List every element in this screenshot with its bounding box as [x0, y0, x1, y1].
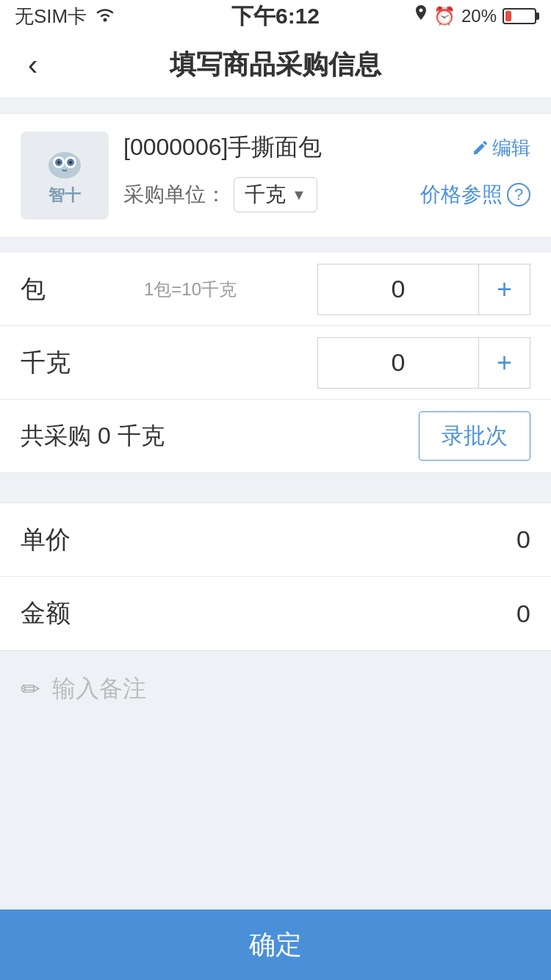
amount-value: 0 — [516, 599, 530, 628]
bottom-bar: 确定 — [0, 909, 551, 980]
status-right: ⏰ 20% — [414, 5, 536, 27]
bag-plus-button[interactable]: + — [479, 264, 530, 315]
record-batch-button[interactable]: 录批次 — [419, 411, 530, 461]
notes-section[interactable]: ✏ 输入备注 — [0, 651, 551, 727]
unit-price-value: 0 — [516, 525, 530, 554]
input-section: 包 1包=10千克 + 千克 + — [0, 253, 551, 400]
product-card: 智十 [0000006]手撕面包 编辑 采购单位： 千克 ▼ — [0, 113, 551, 238]
confirm-button[interactable]: 确定 — [0, 909, 551, 980]
edit-button[interactable]: 编辑 — [472, 135, 530, 161]
kg-quantity-input[interactable] — [317, 337, 479, 389]
battery-icon — [503, 8, 536, 24]
wifi-icon — [94, 5, 116, 28]
svg-point-7 — [69, 161, 72, 164]
page-title: 填写商品采购信息 — [170, 47, 381, 83]
pencil-icon: ✏ — [21, 675, 40, 703]
bag-label: 包 — [21, 273, 138, 306]
total-purchase-text: 共采购 0 千克 — [21, 420, 165, 453]
bag-sublabel: 1包=10千克 — [144, 278, 237, 301]
kg-label: 千克 — [21, 346, 138, 380]
main-content: 智十 [0000006]手撕面包 编辑 采购单位： 千克 ▼ — [0, 113, 551, 980]
product-name-row: [0000006]手撕面包 编辑 — [123, 131, 530, 164]
kg-plus-button[interactable]: + — [479, 337, 530, 389]
product-full-name: [0000006]手撕面包 — [123, 131, 322, 164]
unit-price-row: 单价 0 — [0, 503, 551, 577]
nav-bar: ‹ 填写商品采购信息 — [0, 32, 551, 98]
section-divider-2 — [0, 473, 551, 488]
purchase-unit-label: 采购单位： — [123, 181, 226, 209]
kg-input-control: + — [317, 337, 530, 389]
alarm-icon: ⏰ — [433, 6, 455, 26]
product-image: 智十 — [21, 131, 109, 220]
bag-quantity-input[interactable] — [317, 264, 479, 315]
kg-input-row: 千克 + — [0, 326, 551, 400]
unit-selector[interactable]: 千克 ▼ — [234, 177, 317, 212]
location-icon — [414, 5, 428, 27]
carrier-label: 无SIM卡 — [15, 4, 87, 29]
product-info: [0000006]手撕面包 编辑 采购单位： 千克 ▼ 价格 — [123, 131, 530, 212]
notes-placeholder: 输入备注 — [52, 673, 146, 705]
bag-input-row: 包 1包=10千克 + — [0, 253, 551, 326]
help-icon: ? — [507, 183, 530, 206]
status-left: 无SIM卡 — [15, 4, 116, 29]
price-section: 单价 0 金额 0 — [0, 502, 551, 651]
chevron-down-icon: ▼ — [292, 187, 306, 203]
svg-point-0 — [104, 18, 107, 21]
status-bar: 无SIM卡 下午6:12 ⏰ 20% — [0, 0, 551, 32]
bag-input-control: + — [317, 264, 530, 315]
purchase-unit-row: 采购单位： 千克 ▼ 价格参照 ? — [123, 177, 530, 212]
section-divider-1 — [0, 238, 551, 253]
status-time: 下午6:12 — [231, 1, 320, 32]
back-button[interactable]: ‹ — [21, 41, 45, 89]
brand-text: 智十 — [48, 184, 81, 206]
unit-value: 千克 — [245, 181, 286, 209]
amount-row: 金额 0 — [0, 577, 551, 650]
unit-price-label: 单价 — [21, 523, 71, 557]
summary-row: 共采购 0 千克 录批次 — [0, 400, 551, 473]
battery-percent: 20% — [461, 6, 497, 26]
price-reference-button[interactable]: 价格参照 ? — [420, 181, 530, 209]
svg-point-6 — [57, 161, 60, 164]
amount-label: 金额 — [21, 597, 71, 630]
svg-point-1 — [48, 152, 81, 179]
